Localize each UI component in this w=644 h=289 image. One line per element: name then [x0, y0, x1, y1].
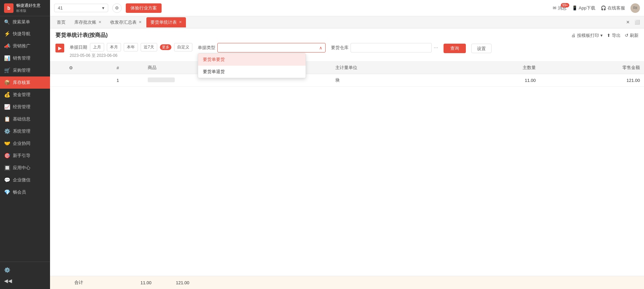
- sidebar-item-inventory[interactable]: 📦 库存核算: [0, 76, 50, 89]
- th-num: #: [92, 62, 144, 74]
- print-icon: 🖨: [571, 33, 576, 38]
- footer-amount: 121.00: [156, 280, 189, 285]
- td-num: 1: [92, 74, 144, 87]
- sales-icon: 📊: [4, 55, 10, 61]
- close-tab-receive-summary[interactable]: ✕: [139, 20, 142, 24]
- basic-info-icon: 📋: [4, 116, 10, 122]
- dropdown-item-order-return[interactable]: 要货单退货: [198, 66, 306, 78]
- sidebar-item-beginner[interactable]: 🎯 新手引导: [0, 150, 50, 162]
- header-left: 41 ▾ ⚙ 体验行业方案: [54, 3, 162, 13]
- date-custom-btn[interactable]: 自定义: [174, 43, 192, 51]
- table-header-row: ⚙ # 商品 主计量单位 主数量 零售金额: [50, 62, 644, 74]
- sys-icon: ⚙️: [4, 128, 10, 134]
- sidebar-item-search[interactable]: 🔍 搜索菜单: [0, 16, 50, 28]
- table-footer: 合计 11.00 121.00: [50, 276, 644, 289]
- sidebar-item-wechat[interactable]: 💬 企业微信: [0, 174, 50, 186]
- td-unit: 块: [331, 74, 435, 87]
- close-tab-order-summary[interactable]: ✕: [179, 20, 182, 24]
- td-qty: 11.00: [435, 74, 540, 87]
- warehouse-more-btn[interactable]: ···: [434, 45, 438, 51]
- sidebar-item-ops[interactable]: 📈 经营管理: [0, 101, 50, 113]
- export-btn[interactable]: ⬆ 导出: [607, 32, 621, 39]
- purchase-icon: 🛒: [4, 67, 10, 73]
- footer-qty: 11.00: [122, 280, 156, 285]
- refresh-btn[interactable]: ↺ 刷新: [625, 32, 639, 39]
- header-right: ✉ 消息 99+ 📱 App下载 🎧 在线客服 Rit: [553, 3, 640, 13]
- page-content: 要货单统计表(按商品) 🖨 按模板打印 ▾ ⬆ 导出 ↺ 刷新 ▶: [50, 28, 644, 289]
- type-dropdown-arrow-icon[interactable]: ∧: [319, 45, 323, 50]
- tab-maximize-btn[interactable]: ⬜: [633, 18, 641, 26]
- top-header: 41 ▾ ⚙ 体验行业方案 ✉ 消息 99+ 📱 App下载 🎧 在线客服: [50, 0, 644, 16]
- finance-icon: 💰: [4, 92, 10, 98]
- vip-icon: 💎: [4, 189, 10, 195]
- tab-receive-summary[interactable]: 收发存汇总表 ✕: [106, 17, 146, 27]
- app-download-button[interactable]: 📱 App下载: [572, 5, 595, 11]
- app-logo-icon: b: [4, 3, 14, 13]
- online-service-button[interactable]: 🎧 在线客服: [601, 5, 625, 11]
- sidebar-collapse-btn[interactable]: ◀◀: [0, 275, 50, 286]
- trial-btn[interactable]: 体验行业方案: [126, 3, 162, 13]
- th-amount: 零售金额: [540, 62, 644, 74]
- footer-label: 合计: [54, 280, 122, 286]
- th-unit: 主计量单位: [331, 62, 435, 74]
- date-more-btn[interactable]: 更多: [160, 44, 171, 50]
- sidebar-item-app-center[interactable]: 🔲 应用中心: [0, 162, 50, 174]
- type-filter-group: 单据类型 ∧ 要货单要货 要货单退货: [198, 43, 326, 52]
- gear-icon: ⚙: [115, 5, 119, 10]
- sidebar-item-quick-nav[interactable]: ⚡ 快捷导航: [0, 28, 50, 40]
- title-actions: 🖨 按模板打印 ▾ ⬆ 导出 ↺ 刷新: [571, 32, 639, 39]
- sidebar-item-basic-info[interactable]: 📋 基础信息: [0, 113, 50, 125]
- close-tab-inventory-batch[interactable]: ✕: [98, 20, 101, 24]
- refresh-icon: ↺: [625, 33, 628, 38]
- tab-home[interactable]: 首页: [53, 17, 70, 27]
- header-gear-button[interactable]: ⚙: [112, 3, 122, 13]
- warehouse-label: 要货仓库: [331, 45, 349, 51]
- tab-inventory-batch[interactable]: 库存批次账 ✕: [70, 17, 105, 27]
- marketing-icon: 📣: [4, 43, 10, 49]
- page-title: 要货单统计表(按商品): [55, 32, 108, 39]
- dropdown-item-order-purchase[interactable]: 要货单要货: [198, 53, 306, 66]
- beginner-icon: 🎯: [4, 153, 10, 159]
- warehouse-input[interactable]: [351, 43, 432, 52]
- messages-button[interactable]: ✉ 消息 99+: [553, 5, 567, 11]
- settings-button[interactable]: 设置: [471, 44, 492, 53]
- sidebar-logo: b 畅捷通好生意 标准版: [0, 0, 50, 16]
- print-template-btn[interactable]: 🖨 按模板打印 ▾: [571, 32, 603, 39]
- filter-toggle-btn[interactable]: ▶: [55, 44, 64, 52]
- sidebar-item-marketing[interactable]: 📣 营销推广: [0, 40, 50, 52]
- app-logo-text: 畅捷通好生意 标准版: [16, 3, 41, 13]
- tab-bar: 首页 库存批次账 ✕ 收发存汇总表 ✕ 要货单统计表 ✕ ✕ ⬜: [50, 16, 644, 28]
- query-button[interactable]: 查询: [444, 44, 466, 53]
- export-icon: ⬆: [607, 33, 611, 38]
- type-dropdown-menu: 要货单要货 要货单退货: [198, 53, 306, 78]
- tab-order-summary[interactable]: 要货单统计表 ✕: [146, 17, 186, 27]
- sidebar-settings-btn[interactable]: ⚙️: [0, 265, 50, 275]
- date-btn-this-year[interactable]: 本年: [124, 43, 138, 51]
- date-btn-last-month[interactable]: 上月: [90, 43, 104, 51]
- sidebar-item-sys[interactable]: ⚙️ 系统管理: [0, 125, 50, 137]
- type-input-box[interactable]: ∧: [217, 43, 326, 52]
- th-qty: 主数量: [435, 62, 540, 74]
- type-input[interactable]: [220, 45, 319, 50]
- settings-icon: ⚙️: [4, 267, 10, 273]
- sidebar-item-vip[interactable]: 💎 畅会员: [0, 186, 50, 198]
- filter-bar: ▶ 单据日期 上月 本月 本年 近7天 更多 自定义 2023-05-06 至 …: [50, 41, 644, 62]
- avatar[interactable]: Rit: [630, 3, 640, 13]
- date-btn-last-7days[interactable]: 近7天: [141, 43, 157, 51]
- sidebar-item-finance[interactable]: 💰 资金管理: [0, 89, 50, 101]
- wechat-icon: 💬: [4, 177, 10, 183]
- sidebar-item-sales[interactable]: 📊 销售管理: [0, 52, 50, 64]
- headset-icon: 🎧: [601, 5, 606, 10]
- company-selector[interactable]: 41 ▾: [54, 4, 108, 12]
- table-row: 1 块 11.00 121.00: [50, 74, 644, 87]
- print-dropdown-icon: ▾: [600, 33, 603, 38]
- date-btn-this-month[interactable]: 本月: [107, 43, 121, 51]
- app-center-icon: 🔲: [4, 165, 10, 171]
- tab-close-all-btn[interactable]: ✕: [624, 18, 632, 26]
- warehouse-filter-group: 要货仓库 ···: [331, 43, 438, 52]
- sidebar-item-enterprise[interactable]: 🤝 企业协同: [0, 137, 50, 150]
- sidebar-item-purchase[interactable]: 🛒 采购管理: [0, 64, 50, 76]
- th-gear[interactable]: ⚙: [50, 62, 92, 74]
- date-range-text: 2023-05-06 至 2023-06-06: [70, 53, 192, 59]
- download-icon: 📱: [572, 5, 577, 10]
